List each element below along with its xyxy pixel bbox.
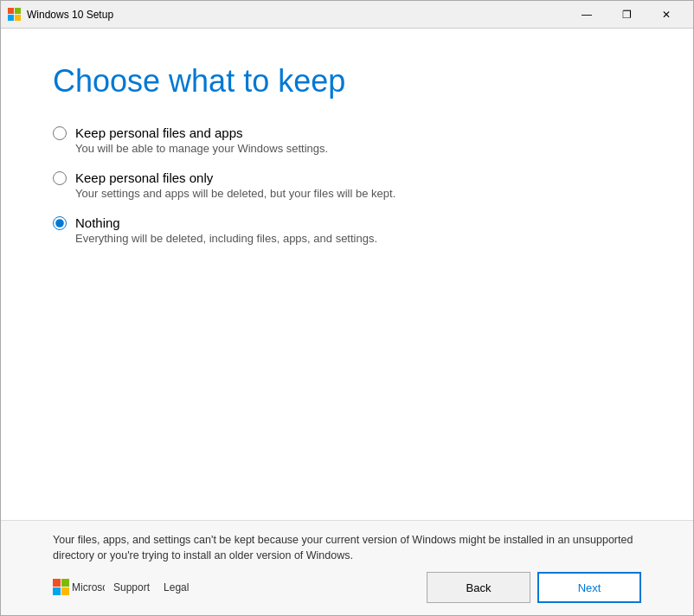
option-keep-all: Keep personal files and apps You will be… xyxy=(53,125,641,155)
page-title: Choose what to keep xyxy=(53,63,641,99)
svg-rect-7 xyxy=(61,587,69,595)
title-bar: Windows 10 Setup — ❐ ✕ xyxy=(1,1,693,29)
legal-link[interactable]: Legal xyxy=(158,580,194,595)
label-nothing[interactable]: Nothing xyxy=(75,215,120,230)
window: Windows 10 Setup — ❐ ✕ Choose what to ke… xyxy=(0,0,694,616)
desc-nothing: Everything will be deleted, including fi… xyxy=(75,232,641,245)
svg-rect-2 xyxy=(8,15,14,21)
svg-rect-1 xyxy=(15,8,21,14)
option-nothing-row: Nothing xyxy=(53,215,641,230)
option-keep-files-row: Keep personal files only xyxy=(53,170,641,185)
option-keep-files: Keep personal files only Your settings a… xyxy=(53,170,641,200)
footer-buttons: Back Next xyxy=(427,572,641,603)
desc-keep-files: Your settings and apps will be deleted, … xyxy=(75,187,641,200)
svg-rect-6 xyxy=(53,587,61,595)
close-button[interactable]: ✕ xyxy=(646,1,686,29)
footer-bottom: Microsoft Support Legal Back Next xyxy=(53,572,641,603)
windows-setup-icon xyxy=(8,8,22,22)
radio-nothing[interactable] xyxy=(53,216,67,230)
svg-rect-0 xyxy=(8,8,14,14)
minimize-button[interactable]: — xyxy=(567,1,607,29)
radio-keep-files[interactable] xyxy=(53,171,67,185)
radio-keep-all[interactable] xyxy=(53,126,67,140)
svg-rect-5 xyxy=(61,579,69,587)
footer-links: Microsoft Support Legal xyxy=(53,579,194,596)
footer: Your files, apps, and settings can't be … xyxy=(1,520,693,615)
microsoft-logo: Microsoft xyxy=(53,579,105,596)
desc-keep-all: You will be able to manage your Windows … xyxy=(75,142,641,155)
svg-rect-3 xyxy=(15,15,21,21)
options-list: Keep personal files and apps You will be… xyxy=(53,125,641,245)
option-keep-all-row: Keep personal files and apps xyxy=(53,125,641,140)
next-button[interactable]: Next xyxy=(537,572,641,603)
option-nothing: Nothing Everything will be deleted, incl… xyxy=(53,215,641,245)
maximize-button[interactable]: ❐ xyxy=(607,1,646,29)
svg-rect-4 xyxy=(53,579,61,587)
main-content: Choose what to keep Keep personal files … xyxy=(1,29,693,520)
window-title: Windows 10 Setup xyxy=(27,9,113,21)
title-bar-left: Windows 10 Setup xyxy=(8,8,113,22)
label-keep-files[interactable]: Keep personal files only xyxy=(75,170,213,185)
title-bar-controls: — ❐ ✕ xyxy=(567,1,686,29)
back-button[interactable]: Back xyxy=(427,572,530,603)
svg-text:Microsoft: Microsoft xyxy=(72,581,105,594)
support-link[interactable]: Support xyxy=(108,580,155,595)
label-keep-all[interactable]: Keep personal files and apps xyxy=(75,125,242,140)
footer-warning: Your files, apps, and settings can't be … xyxy=(53,533,641,563)
